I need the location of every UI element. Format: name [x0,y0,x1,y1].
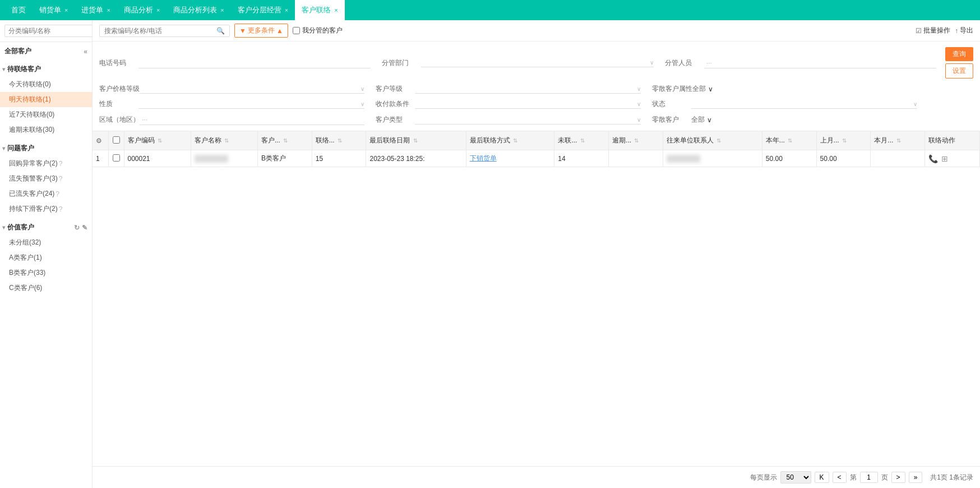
th-gear: ⚙ [93,131,108,150]
filter-row-1: 电话号码 分管部门 ∨ 分管人员 ··· 查询 [99,47,973,79]
filter-icon: ▼ [239,27,246,35]
filter-status: 状态 ∨ [652,99,917,109]
sidebar-item-ungrouped[interactable]: 未分组(32) [0,235,92,250]
action-icons: 📞 ⊞ [928,154,976,163]
nav-purchase-order[interactable]: 进货单 × [75,0,117,20]
per-page-select[interactable]: 50 100 200 [780,471,811,484]
filter-payment-select[interactable]: ∨ [415,100,641,109]
filter-price-level-select[interactable]: ∨ [140,85,364,94]
arrow-icon: ▾ [2,224,5,231]
filter-nature-select[interactable]: ∨ [138,100,364,109]
sidebar-search-input[interactable] [4,25,93,37]
last-page-button[interactable]: » [909,472,923,483]
th-this-month: 本月... ⇅ [871,131,925,150]
sidebar-item-class-b[interactable]: B类客户(33) [0,265,92,280]
sidebar-item-repurchase-abnormal[interactable]: 回购异常客户(2) ? [0,156,92,171]
th-unlinkd: 未联... ⇅ [554,131,609,150]
sidebar-item-declining[interactable]: 持续下滑客户(2) ? [0,201,92,217]
filter-scatter-attr-select[interactable]: 全部 ∨ [692,84,917,94]
table-header-row: ⚙ 客户编码 ⇅ 客户名称 ⇅ 客户... ⇅ 联络... ⇅ 最后联络日期 ⇅… [93,131,980,150]
sidebar-item-tomorrow[interactable]: 明天待联络(1) [0,92,92,107]
filter-customer-type: 客户类型 ∨ [376,115,652,125]
phone-icon[interactable]: 📞 [928,154,938,163]
sidebar-item-class-a[interactable]: A类客户(1) [0,250,92,265]
sidebar-item-today[interactable]: 今天待联络(0) [0,77,92,92]
sidebar-section-pending[interactable]: ▾待联络客户 [0,62,92,77]
edit-icon[interactable]: ✎ [82,224,87,232]
my-customer-checkbox-label[interactable]: 我分管的客户 [293,26,343,35]
filter-customer-level-select[interactable]: ∨ [415,85,641,94]
refresh-icon[interactable]: ↻ [74,224,80,232]
close-icon[interactable]: × [220,7,224,13]
filter-dept: 分管部门 ∨ [382,58,664,68]
sidebar-section-value[interactable]: ▾价值客户 ↻ ✎ [0,220,92,235]
sidebar-item-churn-warning[interactable]: 流失预警客户(3) ? [0,171,92,186]
nav-home[interactable]: 首页 [4,0,33,20]
sort-icon: ⇅ [338,137,342,144]
sort-icon: ⇅ [580,137,585,144]
sidebar-item-churned[interactable]: 已流失客户(24) ? [0,186,92,201]
query-button[interactable]: 查询 [945,47,973,61]
th-name: 客户名称 ⇅ [191,131,257,150]
last-contact-method-link[interactable]: 下销货单 [470,154,497,162]
sidebar-item-overdue[interactable]: 逾期未联络(30) [0,122,92,137]
next-page-button[interactable]: > [891,472,905,483]
nav-customer-contact[interactable]: 客户联络 × [295,0,344,20]
sort-icon: ⇅ [788,137,792,144]
td-unlinkd: 14 [554,150,609,167]
filter-scatter-customer: 零散客户 全部 ∨ [652,115,917,125]
td-customer-type: B类客户 [257,150,312,167]
filter-row-3: 性质 ∨ 收付款条件 ∨ 状态 ∨ [99,99,973,109]
gear-icon[interactable]: ⚙ [96,137,102,145]
nav-product-analysis[interactable]: 商品分析 × [117,0,167,20]
filter-customer-type-select[interactable]: ∨ [415,116,641,125]
sidebar-all-customers[interactable]: 全部客户 « [0,42,92,58]
main-layout: 🔍 全部客户 « ▾待联络客户 今天待联络(0) 明天待联络(1) 近7天待联络… [0,20,980,488]
sort-icon: ⇅ [413,137,418,144]
select-all-checkbox[interactable] [113,136,120,144]
sidebar-item-class-c[interactable]: C类客户(6) [0,280,92,296]
nav-sales-order[interactable]: 销货单 × [33,0,75,20]
top-actions: ☑ 批量操作 ↑ 导出 [916,26,973,35]
per-page-label: 每页显示 [750,473,777,482]
export-icon: ↑ [955,27,958,35]
filter-phone-input[interactable] [138,58,371,68]
close-icon[interactable]: × [107,7,110,13]
nav-customer-tier[interactable]: 客户分层经营 × [231,0,295,20]
sidebar-collapse-icon[interactable]: « [84,48,87,56]
filter-dept-select[interactable]: ∨ [421,58,653,67]
set-button[interactable]: 设置 [945,63,973,79]
grid-icon[interactable]: ⊞ [941,154,948,163]
my-customer-checkbox[interactable] [293,27,300,34]
filter-payment-label: 收付款条件 [376,99,415,109]
arrow-icon: ▾ [2,145,5,151]
total-label: 共1页 1条记录 [930,473,973,482]
search-input[interactable] [104,27,216,35]
filter-region-dots[interactable]: ··· [140,114,364,125]
filter-row-4: 区域（地区） ··· 客户类型 ∨ 零散客户 全部 ∨ [99,114,973,125]
filter-status-select[interactable]: ∨ [691,100,917,109]
filter-person-dots[interactable]: ··· [704,58,936,68]
close-icon[interactable]: × [64,7,68,13]
close-icon[interactable]: × [285,7,288,13]
more-filter-button[interactable]: ▼ 更多条件 ▲ [234,24,288,38]
sidebar-item-7days[interactable]: 近7天待联络(0) [0,107,92,122]
prev-page-button[interactable]: < [833,472,847,483]
close-icon[interactable]: × [156,7,160,13]
export-button[interactable]: ↑ 导出 [955,26,973,35]
batch-operation-button[interactable]: ☑ 批量操作 [916,26,950,35]
row-checkbox[interactable] [113,154,120,162]
th-last-contact-date: 最后联络日期 ⇅ [366,131,466,150]
filter-scatter-customer-select[interactable]: 全部 ∨ [691,115,917,125]
th-action: 联络动作 [925,131,980,150]
first-page-button[interactable]: K [815,472,829,483]
arrow-icon: ▾ [2,66,5,72]
search-icon[interactable]: 🔍 [216,27,225,35]
page-number-input[interactable] [860,472,878,483]
sort-icon: ⇅ [224,137,229,144]
sidebar-section-problem[interactable]: ▾问题客户 [0,141,92,156]
sidebar-content: 全部客户 « ▾待联络客户 今天待联络(0) 明天待联络(1) 近7天待联络(0… [0,42,92,488]
td-checkbox [108,150,124,167]
nav-product-analysis-list[interactable]: 商品分析列表 × [167,0,230,20]
close-icon[interactable]: × [334,7,338,13]
